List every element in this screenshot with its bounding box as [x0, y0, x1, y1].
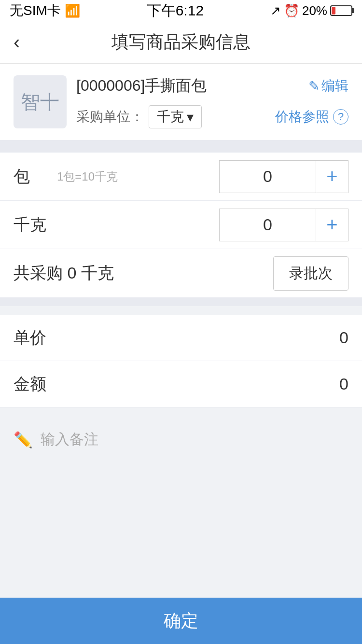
total-label: 共采购 0 千克 [14, 262, 114, 284]
unit-price-row: 单价 0 [0, 315, 362, 361]
bag-input-row: 包 1包=10千克 + [0, 153, 362, 201]
product-logo: 智十 [14, 75, 67, 128]
status-left: 无SIM卡 📶 [10, 1, 80, 20]
confirm-label: 确定 [164, 609, 198, 633]
price-section: 单价 0 金额 0 [0, 315, 362, 407]
status-right: ↗ ⏰ 20% [270, 3, 352, 18]
record-batch-button[interactable]: 录批次 [273, 256, 348, 291]
info-icon: ? [333, 109, 348, 125]
confirm-button[interactable]: 确定 [0, 598, 362, 644]
bag-plus-button[interactable]: + [316, 160, 348, 193]
bag-quantity-input[interactable] [219, 160, 316, 193]
page-title: 填写商品采购信息 [111, 30, 251, 54]
battery-pct-label: 20% [302, 3, 327, 18]
bag-label: 包 [14, 166, 52, 188]
location-icon: ↗ [270, 3, 281, 18]
product-unit-row: 采购单位： 千克 ▾ 价格参照 ? [76, 105, 348, 128]
amount-label: 金额 [14, 373, 46, 395]
unit-price-label: 单价 [14, 327, 46, 349]
amount-row: 金额 0 [0, 361, 362, 407]
kg-plus-button[interactable]: + [316, 209, 348, 241]
total-row: 共采购 0 千克 录批次 [0, 249, 362, 297]
wifi-icon: 📶 [65, 3, 80, 18]
time-label: 下午6:12 [147, 1, 204, 21]
unit-label: 采购单位： [76, 108, 144, 126]
product-info: [0000006]手撕面包 ✎ 编辑 采购单位： 千克 ▾ 价格参照 ? [76, 75, 348, 128]
pencil-icon: ✏️ [14, 431, 33, 449]
note-section[interactable]: ✏️ 输入备注 [0, 416, 362, 463]
nav-bar: ‹ 填写商品采购信息 [0, 21, 362, 64]
back-button[interactable]: ‹ [14, 31, 20, 53]
status-bar: 无SIM卡 📶 下午6:12 ↗ ⏰ 20% [0, 0, 362, 21]
kg-input-row: 千克 + [0, 201, 362, 249]
input-section: 包 1包=10千克 + 千克 + [0, 153, 362, 249]
note-placeholder: 输入备注 [41, 430, 98, 449]
battery-icon [330, 5, 352, 16]
dropdown-icon: ▾ [187, 109, 194, 125]
product-logo-text: 智十 [21, 89, 59, 115]
product-name-row: [0000006]手撕面包 ✎ 编辑 [76, 75, 348, 97]
battery-fill [332, 7, 335, 14]
kg-quantity-input[interactable] [219, 209, 316, 241]
unit-selector-group: 采购单位： 千克 ▾ [76, 105, 202, 128]
bag-sublabel: 1包=10千克 [57, 169, 219, 184]
edit-button[interactable]: ✎ 编辑 [308, 77, 348, 95]
amount-value: 0 [339, 375, 348, 393]
price-ref-button[interactable]: 价格参照 ? [275, 108, 348, 126]
section-divider-1 [0, 144, 362, 153]
product-name: [0000006]手撕面包 [76, 75, 207, 97]
unit-price-value: 0 [339, 328, 348, 347]
section-divider-2 [0, 297, 362, 306]
kg-input-right: + [219, 209, 348, 241]
carrier-label: 无SIM卡 [10, 1, 61, 20]
edit-icon: ✎ [308, 78, 320, 94]
alarm-icon: ⏰ [284, 3, 299, 18]
bag-input-right: + [219, 160, 348, 193]
kg-label: 千克 [14, 214, 52, 236]
product-card: 智十 [0000006]手撕面包 ✎ 编辑 采购单位： 千克 ▾ 价格参照 ? [0, 64, 362, 144]
unit-select[interactable]: 千克 ▾ [149, 105, 202, 128]
